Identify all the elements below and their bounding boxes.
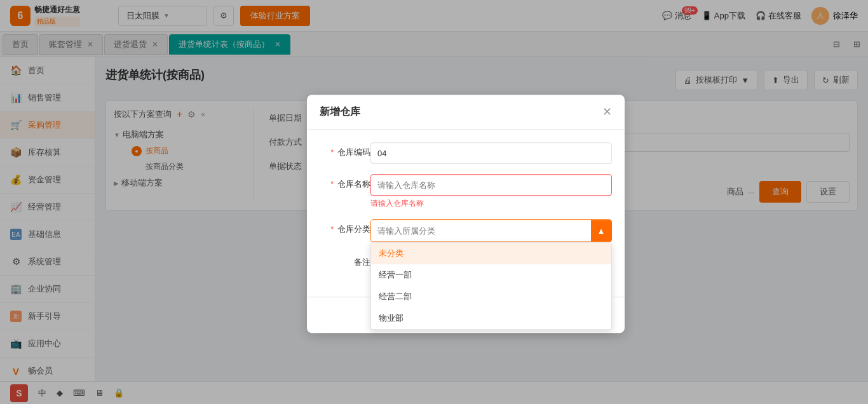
name-field: 请输入仓库名称 (370, 174, 612, 209)
name-input[interactable] (370, 174, 612, 196)
category-dropdown-row: ▲ (370, 219, 612, 242)
code-label: * 仓库编码 (320, 142, 370, 158)
dropdown-item-ops1[interactable]: 经营一部 (371, 264, 611, 286)
category-input[interactable] (371, 220, 591, 241)
name-error-msg: 请输入仓库名称 (370, 198, 612, 209)
form-row-name: * 仓库名称 请输入仓库名称 (320, 174, 612, 209)
category-label: * 仓库分类 (320, 219, 370, 235)
category-field: ▲ 未分类 经营一部 经营二部 物业部 (370, 219, 612, 242)
form-row-code: * 仓库编码 (320, 142, 612, 164)
chevron-up-icon: ▲ (597, 226, 606, 236)
code-field (370, 142, 612, 164)
name-label: * 仓库名称 (320, 174, 370, 190)
category-dropdown-btn[interactable]: ▲ (591, 220, 611, 241)
form-row-category: * 仓库分类 ▲ 未分类 经营一部 (320, 219, 612, 242)
modal-header: 新增仓库 ✕ (307, 95, 625, 130)
modal-close-btn[interactable]: ✕ (602, 105, 612, 119)
category-dropdown-menu: 未分类 经营一部 经营二部 物业部 (370, 242, 612, 330)
modal-dialog: 新增仓库 ✕ * 仓库编码 * 仓库名称 请输入仓库名称 (307, 95, 625, 333)
name-required-mark: * (330, 179, 334, 189)
dropdown-item-none[interactable]: 未分类 (371, 243, 611, 264)
code-required-mark: * (330, 147, 334, 157)
code-input[interactable] (370, 142, 612, 164)
notes-label: 备注 (320, 252, 370, 268)
dropdown-item-property[interactable]: 物业部 (371, 307, 611, 329)
cat-required-mark: * (330, 224, 334, 234)
modal-title: 新增仓库 (320, 105, 360, 119)
modal-body: * 仓库编码 * 仓库名称 请输入仓库名称 * 仓库分类 (307, 130, 625, 297)
dropdown-item-ops2[interactable]: 经营二部 (371, 286, 611, 307)
